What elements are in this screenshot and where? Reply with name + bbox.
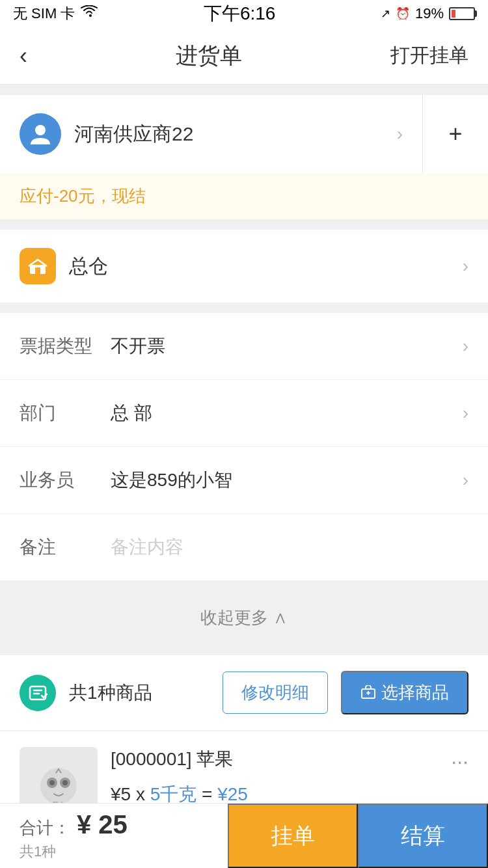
status-bar: 无 SIM 卡 下午6:16 ↗ ⏰ 19%	[0, 0, 488, 27]
products-icon	[20, 675, 56, 711]
unit-price: ¥5 x	[111, 784, 150, 804]
warehouse-row[interactable]: 总仓 ›	[0, 230, 488, 303]
dept-value: 总 部	[111, 401, 456, 426]
footer-count: 共1种	[20, 842, 208, 861]
dept-chevron-icon: ›	[463, 403, 468, 424]
svg-point-9	[62, 780, 68, 785]
footer-total-section: 合计： ¥ 25 共1种	[0, 804, 228, 868]
supplier-selector[interactable]: 河南供应商22 ›	[0, 95, 423, 173]
svg-rect-2	[35, 267, 40, 274]
total-price: ¥25	[217, 784, 248, 804]
invoice-chevron-icon: ›	[463, 336, 468, 357]
sales-chevron-icon: ›	[463, 470, 468, 491]
carrier-text: 无 SIM 卡	[13, 4, 75, 23]
product-code: [0000001]	[111, 749, 197, 769]
add-button[interactable]: +	[423, 95, 488, 173]
back-button[interactable]: ‹	[20, 42, 27, 70]
location-icon: ↗	[381, 7, 390, 21]
status-right: ↗ ⏰ 19%	[381, 5, 475, 22]
sales-value: 这是859的小智	[111, 468, 456, 493]
form-section: 票据类型 不开票 › 部门 总 部 › 业务员 这是859的小智 › 备注 备注…	[0, 313, 488, 580]
supplier-section: 河南供应商22 › +	[0, 95, 488, 173]
cart-icon	[360, 685, 376, 701]
page-header: ‹ 进货单 打开挂单	[0, 27, 488, 85]
select-product-label: 选择商品	[381, 681, 449, 704]
page-title: 进货单	[176, 41, 242, 71]
product-title: 苹果	[197, 749, 233, 769]
remark-label: 备注	[20, 535, 111, 560]
checkout-button[interactable]: 结算	[358, 804, 488, 868]
invoice-row[interactable]: 票据类型 不开票 ›	[0, 313, 488, 380]
status-time: 下午6:16	[204, 1, 276, 26]
wifi-icon	[80, 5, 98, 22]
battery-icon	[449, 7, 475, 20]
dept-label: 部门	[20, 401, 111, 426]
product-info: [0000001] 苹果 ¥5 x 5千克 = ¥25	[111, 747, 438, 807]
warehouse-icon	[20, 248, 56, 284]
sales-row[interactable]: 业务员 这是859的小智 ›	[0, 447, 488, 514]
total-label: 合计：	[20, 817, 70, 839]
dept-row[interactable]: 部门 总 部 ›	[0, 380, 488, 447]
product-menu-button[interactable]: ···	[451, 747, 468, 776]
remark-input[interactable]: 备注内容	[111, 535, 468, 560]
svg-point-8	[49, 780, 55, 785]
products-count: 共1种商品	[69, 681, 210, 705]
warehouse-chevron-icon: ›	[463, 256, 468, 277]
supplier-name: 河南供应商22	[74, 121, 390, 148]
open-pending-button[interactable]: 打开挂单	[390, 42, 468, 69]
collapse-button[interactable]: 收起更多 ∧	[0, 591, 488, 645]
edit-detail-button[interactable]: 修改明细	[223, 671, 328, 714]
status-left: 无 SIM 卡	[13, 4, 98, 23]
warehouse-name: 总仓	[69, 253, 456, 280]
remark-row[interactable]: 备注 备注内容	[0, 514, 488, 580]
footer: 合计： ¥ 25 共1种 挂单 结算	[0, 803, 488, 868]
supplier-avatar	[20, 113, 61, 155]
product-name: [0000001] 苹果	[111, 747, 438, 772]
hang-button[interactable]: 挂单	[228, 804, 358, 868]
invoice-value: 不开票	[111, 334, 456, 359]
battery-text: 19%	[415, 5, 444, 22]
quantity: 5千克	[150, 784, 197, 804]
equals: =	[202, 784, 217, 804]
supplier-chevron-icon: ›	[397, 124, 403, 144]
collapse-label: 收起更多 ∧	[200, 606, 287, 629]
total-amount: ¥ 25	[77, 810, 128, 839]
select-product-button[interactable]: 选择商品	[341, 671, 468, 714]
products-header: 共1种商品 修改明细 选择商品	[0, 655, 488, 730]
sales-label: 业务员	[20, 468, 111, 493]
notice-bar: 应付-20元，现结	[0, 173, 488, 219]
alarm-icon: ⏰	[396, 7, 410, 21]
svg-point-0	[35, 125, 46, 135]
svg-point-5	[40, 768, 77, 804]
invoice-label: 票据类型	[20, 334, 111, 359]
